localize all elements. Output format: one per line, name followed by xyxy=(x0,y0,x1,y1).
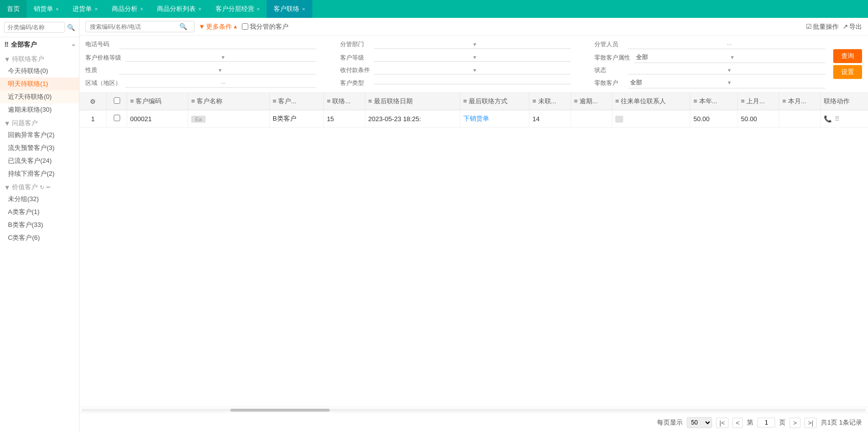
nav-customer-tier[interactable]: 客户分层经营 × xyxy=(209,0,267,18)
col-header-type[interactable]: ≡ 客户... xyxy=(269,93,323,110)
col-header-settings[interactable]: ⚙ xyxy=(79,93,107,110)
query-buttons: 查询 设置 xyxy=(833,40,862,88)
col-header-code[interactable]: ≡ 客户编码 xyxy=(127,93,188,110)
qr-action-icon[interactable]: ⠿ xyxy=(835,115,840,123)
page-number-input[interactable] xyxy=(757,418,775,428)
customer-tier-select[interactable]: ▼ xyxy=(374,54,571,62)
chevron-up-icon: ▲ xyxy=(233,24,238,29)
sidebar-item-tomorrow-contact[interactable]: 明天待联络(1) xyxy=(0,77,79,90)
filter-nature: 性质 ▼ xyxy=(85,66,316,74)
col-header-liaison[interactable]: ≡ 往来单位联系人 xyxy=(612,93,690,110)
horizontal-scrollbar[interactable] xyxy=(79,407,868,413)
nav-close-icon[interactable]: × xyxy=(140,6,143,12)
scatter-customer-select[interactable]: 全部 ▼ xyxy=(628,77,825,88)
sidebar-item-7day-contact[interactable]: 近7天待联络(0) xyxy=(0,90,79,103)
nature-select[interactable]: ▼ xyxy=(119,67,316,74)
price-tier-select[interactable]: ▼ xyxy=(125,54,316,62)
sidebar-item-churned[interactable]: 已流失客户(24) xyxy=(0,154,79,167)
region-select[interactable]: ··· xyxy=(125,78,316,88)
more-filter-button[interactable]: ▼ 更多条件 ▲ xyxy=(199,22,238,31)
edit-icon[interactable]: ✏ xyxy=(46,184,51,191)
sidebar-item-repurchase-anomaly[interactable]: 回购异常客户(2) xyxy=(0,129,79,142)
nav-product-analysis[interactable]: 商品分析 × xyxy=(105,0,150,18)
nav-close-icon[interactable]: × xyxy=(198,6,201,12)
scatter-customer-label: 零散客户 xyxy=(594,79,624,87)
scrollbar-thumb[interactable] xyxy=(230,409,330,412)
col-header-contact[interactable]: ≡ 联络... xyxy=(324,93,365,110)
col-header-this-year[interactable]: ≡ 本年... xyxy=(690,93,738,110)
phone-action-icon[interactable]: 📞 xyxy=(824,115,832,123)
sidebar-item-overdue-contact[interactable]: 逾期未联络(30) xyxy=(0,103,79,116)
my-customers-checkbox-label[interactable]: 我分管的客户 xyxy=(242,22,289,31)
col-header-checkbox[interactable] xyxy=(107,93,127,110)
nav-purchase-order[interactable]: 进货单 × xyxy=(66,0,104,18)
main-layout: 🔍 ⠿ 全部客户 « ▼ 待联络客户 今天待联络(0) 明天待联络(1) 近7天… xyxy=(0,18,868,432)
main-search-input[interactable] xyxy=(90,23,179,30)
select-all-checkbox[interactable] xyxy=(114,97,120,104)
col-header-name[interactable]: ≡ 客户名称 xyxy=(188,93,270,110)
nav-close-icon[interactable]: × xyxy=(302,6,305,12)
page-next-button[interactable]: > xyxy=(790,418,800,428)
col-header-last-date[interactable]: ≡ 最后联络日期 xyxy=(365,93,460,110)
sidebar-item-today-contact[interactable]: 今天待联络(0) xyxy=(0,65,79,77)
manager-select[interactable]: ··· xyxy=(628,40,825,49)
col-header-this-month[interactable]: ≡ 本月... xyxy=(779,93,820,110)
cell-unlinked: 14 xyxy=(529,110,571,128)
col-header-last-method[interactable]: ≡ 最后联络方式 xyxy=(460,93,529,110)
filter-row-1: 电话号码 分管部门 ▼ 分管人员 xyxy=(85,40,825,49)
filter-status: 状态 ▼ xyxy=(594,66,825,74)
col-header-last-month[interactable]: ≡ 上月... xyxy=(738,93,779,110)
nav-home[interactable]: 首页 xyxy=(0,0,27,18)
payment-select[interactable]: ▼ xyxy=(374,67,571,74)
sidebar-item-ungrouped[interactable]: 未分组(32) xyxy=(0,193,79,206)
triangle-icon: ▼ xyxy=(4,56,10,63)
query-button[interactable]: 查询 xyxy=(833,49,862,63)
nav-close-icon[interactable]: × xyxy=(94,6,97,12)
phone-input[interactable] xyxy=(119,40,316,49)
row-checkbox[interactable] xyxy=(114,115,120,121)
customer-type-select[interactable] xyxy=(374,82,571,84)
cell-last-method[interactable]: 下销货单 xyxy=(460,110,529,128)
nav-sales-order[interactable]: 销货单 × xyxy=(27,0,66,18)
status-select[interactable]: ▼ xyxy=(628,67,825,74)
per-page-select[interactable]: 50 10 20 100 xyxy=(687,417,712,428)
sidebar-item-churn-warning[interactable]: 流失预警客户(3) xyxy=(0,142,79,154)
sidebar-all-customers[interactable]: ⠿ 全部客户 « xyxy=(0,37,79,52)
nav-product-analysis-list[interactable]: 商品分析列表 × xyxy=(150,0,208,18)
chevron-down-icon: ▼ xyxy=(220,55,314,60)
nav-close-icon[interactable]: × xyxy=(257,6,260,12)
content-area: 🔍 ▼ 更多条件 ▲ 我分管的客户 ☑ 批量操作 ↗ 导出 xyxy=(79,18,868,432)
col-header-unlinked[interactable]: ≡ 未联... xyxy=(529,93,571,110)
total-info: 共1页 1条记录 xyxy=(821,418,862,427)
nav-close-icon[interactable]: × xyxy=(56,6,59,12)
refresh-icon[interactable]: ↻ xyxy=(40,184,44,191)
scatter-attr-select[interactable]: 全部 ▼ xyxy=(634,52,825,63)
batch-operation-button[interactable]: ☑ 批量操作 xyxy=(806,22,839,31)
col-header-overdue[interactable]: ≡ 逾期... xyxy=(571,93,612,110)
page-last-button[interactable]: >| xyxy=(804,418,817,428)
page-first-button[interactable]: |< xyxy=(716,418,728,428)
chevron-down-icon: ▼ xyxy=(472,42,569,47)
sort-icon: ≡ xyxy=(693,97,697,105)
cell-checkbox[interactable] xyxy=(107,110,127,128)
sidebar-search-icon[interactable]: 🔍 xyxy=(67,24,75,31)
dept-select[interactable]: ▼ xyxy=(374,41,571,49)
sidebar-item-class-c[interactable]: C类客户(6) xyxy=(0,231,79,244)
settings-button[interactable]: 设置 xyxy=(833,65,862,79)
my-customers-checkbox[interactable] xyxy=(242,23,248,30)
sidebar-item-declining[interactable]: 持续下滑客户(2) xyxy=(0,167,79,180)
customer-name-blur: Ea xyxy=(191,116,206,123)
search-icon[interactable]: 🔍 xyxy=(179,23,187,30)
sidebar-search-input[interactable] xyxy=(4,22,65,33)
scrollbar-track[interactable] xyxy=(81,409,866,412)
page-prev-button[interactable]: < xyxy=(732,418,743,428)
cell-liaison xyxy=(612,110,690,128)
settings-gear-icon[interactable]: ⚙ xyxy=(90,98,96,105)
filter-region: 区域（地区） ··· xyxy=(85,78,316,88)
nav-customer-contact[interactable]: 客户联络 × xyxy=(267,0,312,18)
export-button[interactable]: ↗ 导出 xyxy=(843,22,862,31)
collapse-icon[interactable]: « xyxy=(72,42,75,48)
sidebar-item-class-a[interactable]: A类客户(1) xyxy=(0,206,79,218)
sidebar-item-class-b[interactable]: B类客户(33) xyxy=(0,218,79,231)
last-method-link[interactable]: 下销货单 xyxy=(463,115,489,122)
